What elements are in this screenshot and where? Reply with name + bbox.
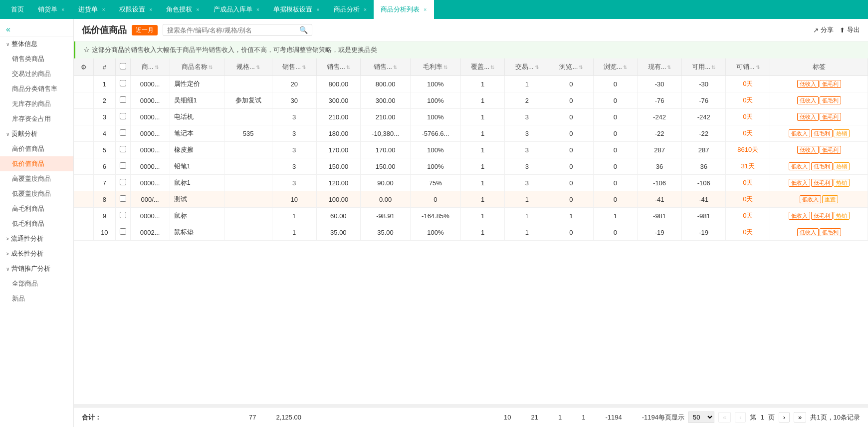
sidebar-group-marketing[interactable]: ∨ 营销推广分析 — [0, 261, 73, 276]
sidebar-item-low-value[interactable]: 低价值商品 — [0, 156, 73, 171]
nav-home[interactable]: 首页 — [4, 0, 31, 19]
row-checkbox-cell[interactable] — [115, 142, 130, 158]
row-checkbox-cell[interactable] — [115, 175, 130, 191]
close-icon[interactable]: × — [102, 6, 105, 12]
sidebar-collapse-btn[interactable]: « — [4, 25, 12, 34]
close-icon[interactable]: × — [364, 6, 367, 12]
sidebar-group-circulation[interactable]: > 流通性分析 — [0, 231, 73, 246]
th-stock1[interactable]: 现有...⇅ — [638, 58, 682, 76]
sidebar-item-stock-fund[interactable]: 库存资金占用 — [0, 111, 73, 126]
row-checkbox[interactable] — [120, 80, 126, 86]
row-stock1: -106 — [638, 175, 682, 191]
sidebar-item-no-stock[interactable]: 无库存的商品 — [0, 96, 73, 111]
th-stock3[interactable]: 可销...⇅ — [726, 58, 770, 76]
th-stock2[interactable]: 可用...⇅ — [681, 58, 726, 76]
th-sale2[interactable]: 销售...⇅ — [316, 58, 361, 76]
th-settings[interactable]: ⚙ — [74, 58, 94, 76]
sidebar-group-growth[interactable]: > 成长性分析 — [0, 246, 73, 261]
row-checkbox[interactable] — [120, 179, 126, 185]
close-icon[interactable]: × — [256, 6, 259, 12]
row-tags: 低收入低毛利 — [770, 109, 868, 125]
row-checkbox[interactable] — [120, 113, 126, 119]
share-button[interactable]: ↗ 分享 — [813, 25, 834, 34]
sidebar-item-high-value[interactable]: 高价值商品 — [0, 141, 73, 156]
next-page-btn[interactable]: › — [779, 412, 790, 423]
th-checkbox[interactable] — [115, 58, 130, 76]
row-checkbox[interactable] — [120, 96, 126, 103]
table-wrapper[interactable]: ⚙ # 商...⇅ 商品名称⇅ 规格...⇅ 销售...⇅ 销售...⇅ 销售.… — [74, 58, 868, 404]
th-cover[interactable]: 覆盖...⇅ — [460, 58, 505, 76]
prev-page-btn[interactable]: ‹ — [735, 412, 746, 423]
nav-analysis-list[interactable]: 商品分析列表 × — [374, 0, 434, 19]
export-button[interactable]: ⬆ 导出 — [840, 25, 860, 34]
row-days: 8610天 — [726, 142, 770, 158]
row-checkbox[interactable] — [120, 212, 126, 218]
row-checkbox-cell[interactable] — [115, 92, 130, 109]
sidebar-item-all-products[interactable]: 全部商品 — [0, 276, 73, 291]
th-browse2[interactable]: 浏览...⇅ — [593, 58, 638, 76]
sidebar-item-low-margin[interactable]: 低毛利商品 — [0, 216, 73, 231]
nav-sales[interactable]: 销货单 × — [31, 0, 71, 19]
first-page-btn[interactable]: « — [718, 412, 731, 423]
row-checkbox-cell[interactable] — [115, 191, 130, 208]
sidebar-item-high-margin[interactable]: 高毛利商品 — [0, 201, 73, 216]
row-sale1: 300.00 — [316, 92, 361, 109]
row-checkbox-cell[interactable] — [115, 158, 130, 175]
nav-analysis[interactable]: 商品分析 × — [327, 0, 374, 19]
row-checkbox[interactable] — [120, 129, 126, 136]
row-checkbox[interactable] — [120, 146, 126, 152]
row-browse1[interactable]: 1 — [549, 208, 594, 224]
close-icon[interactable]: × — [424, 6, 427, 12]
row-checkbox-cell[interactable] — [115, 208, 130, 224]
select-all-checkbox[interactable] — [120, 63, 126, 69]
period-tag-btn[interactable]: 近一月 — [132, 25, 158, 35]
th-code[interactable]: 商...⇅ — [130, 58, 170, 76]
th-browse1[interactable]: 浏览...⇅ — [549, 58, 594, 76]
search-input[interactable] — [167, 26, 297, 34]
th-name[interactable]: 商品名称⇅ — [170, 58, 224, 76]
sidebar-group-overall[interactable]: ∨ 整体信息 — [0, 36, 73, 51]
row-trade: 3 — [505, 109, 549, 125]
row-checkbox[interactable] — [120, 162, 126, 169]
row-cover: 1 — [460, 76, 505, 92]
row-cover: 1 — [460, 109, 505, 125]
row-num: 6 — [94, 158, 116, 175]
nav-permission[interactable]: 权限设置 × — [112, 0, 159, 19]
close-icon[interactable]: × — [149, 6, 152, 12]
last-page-btn[interactable]: » — [794, 412, 806, 423]
th-spec[interactable]: 规格...⇅ — [224, 58, 272, 76]
row-stock1: -981 — [638, 208, 682, 224]
sidebar-item-high-coverage[interactable]: 高覆盖度商品 — [0, 171, 73, 186]
row-days: 31天 — [726, 158, 770, 175]
sidebar-group-contribution[interactable]: ∨ 贡献分析 — [0, 126, 73, 141]
sidebar-item-traded[interactable]: 交易过的商品 — [0, 66, 73, 81]
row-sale1: 35.00 — [316, 224, 361, 241]
nav-role[interactable]: 角色授权 × — [159, 0, 206, 19]
sidebar-item-sales-category[interactable]: 销售类商品 — [0, 51, 73, 66]
sidebar-item-low-coverage[interactable]: 低覆盖度商品 — [0, 186, 73, 201]
nav-product-in[interactable]: 产成品入库单 × — [207, 0, 266, 19]
sidebar-item-new-products[interactable]: 新品 — [0, 291, 73, 306]
row-cover: 1 — [460, 142, 505, 158]
row-code: 0000... — [130, 158, 170, 175]
th-trade[interactable]: 交易...⇅ — [505, 58, 549, 76]
row-spec — [224, 208, 272, 224]
row-checkbox[interactable] — [120, 228, 126, 235]
th-margin[interactable]: 毛利率⇅ — [410, 58, 460, 76]
row-checkbox-cell[interactable] — [115, 76, 130, 92]
row-cover: 1 — [460, 191, 505, 208]
close-icon[interactable]: × — [61, 6, 64, 12]
nav-purchase[interactable]: 进货单 × — [71, 0, 112, 19]
search-icon[interactable]: 🔍 — [299, 26, 308, 34]
close-icon[interactable]: × — [196, 6, 199, 12]
close-icon[interactable]: × — [316, 6, 319, 12]
sidebar-item-category-rate[interactable]: 商品分类销售率 — [0, 81, 73, 96]
per-page-select[interactable]: 50 100 200 — [688, 412, 714, 423]
row-checkbox-cell[interactable] — [115, 224, 130, 241]
nav-template[interactable]: 单据模板设置 × — [266, 0, 326, 19]
th-sale1[interactable]: 销售...⇅ — [272, 58, 316, 76]
th-sale3[interactable]: 销售...⇅ — [361, 58, 411, 76]
row-checkbox[interactable] — [120, 195, 126, 202]
row-checkbox-cell[interactable] — [115, 109, 130, 125]
row-checkbox-cell[interactable] — [115, 125, 130, 142]
